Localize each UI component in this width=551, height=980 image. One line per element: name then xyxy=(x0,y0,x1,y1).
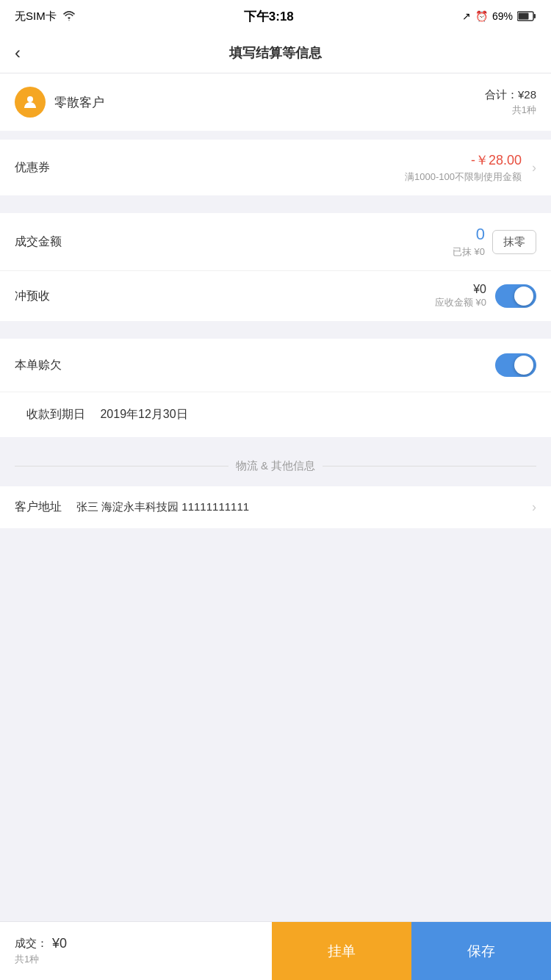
logistics-header: 物流 & 其他信息 xyxy=(15,459,536,473)
battery-icon xyxy=(517,11,536,21)
due-date-row: 收款到期日 2019年12月30日 xyxy=(0,392,551,437)
address-row[interactable]: 客户地址 张三 海淀永丰科技园 11111111111 › xyxy=(0,486,551,528)
logistics-title: 物流 & 其他信息 xyxy=(236,459,315,473)
coupon-chevron-icon: › xyxy=(532,160,536,176)
page-title: 填写结算等信息 xyxy=(229,44,322,62)
credit-toggle-knob xyxy=(514,356,533,375)
coupon-label: 优惠券 xyxy=(15,160,50,176)
logistics-section: 物流 & 其他信息 xyxy=(0,446,551,486)
deal-amount-value: 0 xyxy=(453,225,485,244)
credit-row: 本单赊欠 xyxy=(0,339,551,392)
prepayment-row: 冲预收 ¥0 应收金额 ¥0 xyxy=(0,270,551,321)
customer-total: 合计：¥28 xyxy=(485,88,536,102)
prepayment-main: ¥0 xyxy=(435,283,486,296)
due-date-label: 收款到期日 xyxy=(26,408,85,420)
customer-name: 零散客户 xyxy=(54,94,104,111)
content: 零散客户 合计：¥28 共1种 优惠券 -￥28.00 满1000-100不限制… xyxy=(0,73,551,757)
bottom-deal-label: 成交： xyxy=(15,937,48,951)
bottom-deal-amount: ¥0 xyxy=(52,936,67,951)
customer-right: 合计：¥28 共1种 xyxy=(485,88,536,117)
deal-amount-sub: 已抹 ¥0 xyxy=(453,245,485,259)
coupon-row[interactable]: 优惠券 -￥28.00 满1000-100不限制使用金额 › xyxy=(0,140,551,195)
svg-point-3 xyxy=(27,96,33,102)
bottom-summary: 成交： ¥0 共1种 xyxy=(0,936,272,966)
status-bar: 无SIM卡 下午3:18 ↗ ⏰ 69% xyxy=(0,0,551,32)
coupon-sub: 满1000-100不限制使用金额 xyxy=(405,170,522,184)
status-right: ↗ ⏰ 69% xyxy=(462,10,536,22)
battery-text: 69% xyxy=(492,10,513,22)
prepayment-label: 冲预收 xyxy=(15,289,50,304)
svg-rect-1 xyxy=(533,14,536,18)
credit-toggle[interactable] xyxy=(495,353,536,377)
prepayment-values: ¥0 应收金额 ¥0 xyxy=(435,283,486,309)
bottom-deal: 成交： ¥0 xyxy=(15,936,257,951)
empty-space xyxy=(0,537,551,684)
customer-section: 零散客户 合计：¥28 共1种 xyxy=(0,73,551,131)
bottom-bar: 成交： ¥0 共1种 挂单 保存 xyxy=(0,921,551,980)
prepayment-toggle[interactable] xyxy=(495,284,536,308)
coupon-value: -￥28.00 xyxy=(405,151,522,169)
deal-amount-col: 0 已抹 ¥0 xyxy=(453,225,485,259)
address-chevron-icon: › xyxy=(532,500,536,515)
toggle-knob xyxy=(514,287,533,306)
round-button[interactable]: 抹零 xyxy=(492,230,536,254)
svg-rect-2 xyxy=(518,13,528,20)
wifi-icon xyxy=(62,11,76,21)
customer-avatar xyxy=(15,87,46,118)
bottom-count: 共1种 xyxy=(15,953,257,966)
section-divider-1 xyxy=(0,204,551,213)
coupon-section: 优惠券 -￥28.00 满1000-100不限制使用金额 › xyxy=(0,140,551,195)
deal-amount-label: 成交金额 xyxy=(15,234,62,250)
deal-amount-right: 0 已抹 ¥0 抹零 xyxy=(453,225,536,259)
save-button[interactable]: 保存 xyxy=(411,922,551,981)
back-button[interactable]: ‹ xyxy=(15,43,21,63)
deal-section: 成交金额 0 已抹 ¥0 抹零 冲预收 ¥0 应收金额 ¥0 xyxy=(0,213,551,321)
customer-row: 零散客户 合计：¥28 共1种 xyxy=(0,73,551,131)
location-icon: ↗ xyxy=(462,10,471,22)
customer-left: 零散客户 xyxy=(15,87,104,118)
coupon-value-col: -￥28.00 满1000-100不限制使用金额 xyxy=(405,151,522,184)
nav-bar: ‹ 填写结算等信息 xyxy=(0,32,551,73)
alarm-icon: ⏰ xyxy=(475,10,488,22)
customer-count: 共1种 xyxy=(485,104,536,117)
prepayment-sub: 应收金额 ¥0 xyxy=(435,296,486,309)
status-time: 下午3:18 xyxy=(244,8,294,25)
address-label: 客户地址 xyxy=(15,500,62,515)
due-date-value: 2019年12月30日 xyxy=(100,408,187,420)
status-left: 无SIM卡 xyxy=(15,10,76,24)
coupon-right: -￥28.00 满1000-100不限制使用金额 › xyxy=(405,151,536,184)
address-value: 张三 海淀永丰科技园 11111111111 xyxy=(76,500,529,514)
prepayment-right: ¥0 应收金额 ¥0 xyxy=(435,283,536,309)
deal-amount-row: 成交金额 0 已抹 ¥0 抹零 xyxy=(0,213,551,270)
no-sim-text: 无SIM卡 xyxy=(15,10,57,24)
hold-button[interactable]: 挂单 xyxy=(272,922,411,981)
person-icon xyxy=(21,93,39,111)
credit-label: 本单赊欠 xyxy=(15,358,62,373)
section-divider-2 xyxy=(0,330,551,339)
